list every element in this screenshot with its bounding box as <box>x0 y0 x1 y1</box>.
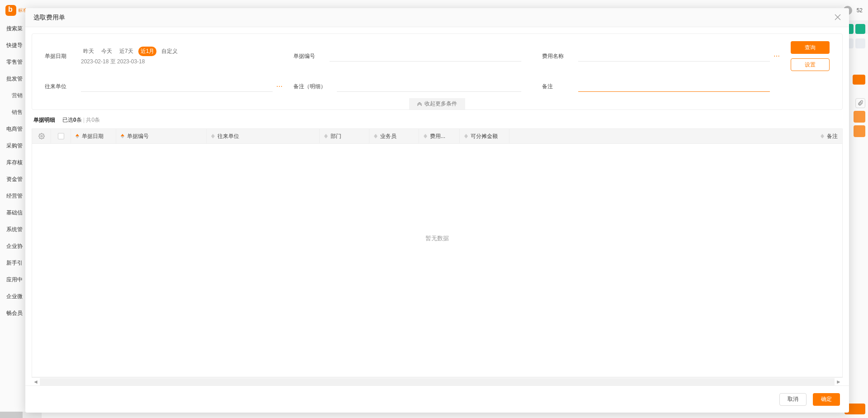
field-doc-date: 单据日期 昨天 今天 近7天 近1月 自定义 2023-02-18 至 2023… <box>45 41 273 71</box>
chevron-up-icon <box>417 102 422 106</box>
confirm-button-label: 确定 <box>821 395 832 403</box>
date-opt-today[interactable]: 今天 <box>99 47 114 56</box>
select-expense-modal: 选取费用单 单据日期 昨天 今天 近7天 近1月 自定义 <box>25 8 849 413</box>
summary-row: 单据明细 已选0条 | 共0条 <box>32 110 843 128</box>
sort-icon[interactable] <box>121 134 124 138</box>
table-header: 单据日期 单据编号 往来单位 <box>32 128 842 144</box>
sort-icon[interactable] <box>464 134 468 138</box>
date-range: 2023-02-18 至 2023-03-18 <box>81 58 273 66</box>
cancel-button-label: 取消 <box>788 395 798 403</box>
summary-total: 共0条 <box>86 117 100 123</box>
scroll-track[interactable] <box>40 378 835 385</box>
collapse-label: 收起更多条件 <box>425 100 457 108</box>
col-dept[interactable]: 部门 <box>320 129 369 143</box>
scroll-right-icon[interactable]: ► <box>835 379 843 385</box>
horizontal-scrollbar[interactable]: ◄ ► <box>32 377 843 385</box>
modal-header: 选取费用单 <box>25 8 849 27</box>
date-opt-yesterday[interactable]: 昨天 <box>81 47 96 56</box>
search-button-label: 查询 <box>805 44 816 52</box>
col-label: 单据编号 <box>127 133 149 140</box>
col-label: 业务员 <box>380 133 396 140</box>
party-label: 往来单位 <box>45 83 81 90</box>
modal-body: 单据日期 昨天 今天 近7天 近1月 自定义 2023-02-18 至 2023… <box>25 27 849 385</box>
col-label: 部门 <box>330 133 341 140</box>
col-party[interactable]: 往来单位 <box>207 129 320 143</box>
select-all-column[interactable] <box>51 129 71 143</box>
expense-name-label: 费用名称 <box>542 52 578 60</box>
table: 单据日期 单据编号 往来单位 <box>32 128 843 377</box>
modal-footer: 取消 确定 <box>25 385 849 413</box>
ellipsis-icon[interactable]: ⋯ <box>276 83 283 90</box>
modal-title: 选取费用单 <box>33 14 65 22</box>
col-docno[interactable]: 单据编号 <box>116 129 207 143</box>
settings-button[interactable]: 设置 <box>791 58 830 71</box>
col-date[interactable]: 单据日期 <box>71 129 116 143</box>
sort-icon[interactable] <box>75 134 79 138</box>
col-label: 费用... <box>430 133 445 140</box>
col-allocatable[interactable]: 可分摊金额 <box>460 129 509 143</box>
summary-selected: 已选0条 | 共0条 <box>62 116 100 124</box>
search-actions: 查询 设置 <box>791 41 830 71</box>
col-clerk[interactable]: 业务员 <box>369 129 419 143</box>
confirm-button[interactable]: 确定 <box>813 393 840 406</box>
col-label: 备注 <box>827 133 838 140</box>
sort-icon[interactable] <box>374 134 377 138</box>
svg-point-0 <box>41 135 42 137</box>
empty-state: 暂无数据 <box>32 144 842 333</box>
settings-button-label: 设置 <box>805 61 816 69</box>
sort-icon[interactable] <box>821 134 824 138</box>
doc-no-label: 单据编号 <box>293 52 330 60</box>
search-panel: 单据日期 昨天 今天 近7天 近1月 自定义 2023-02-18 至 2023… <box>32 33 843 110</box>
memo-label: 备注 <box>542 83 578 90</box>
checkbox-icon[interactable] <box>58 133 64 139</box>
date-opt-1m[interactable]: 近1月 <box>138 47 157 56</box>
summary-label: 单据明细 <box>33 116 55 124</box>
col-remark[interactable]: 备注 <box>509 129 842 143</box>
sort-icon[interactable] <box>424 134 427 138</box>
col-label: 单据日期 <box>82 133 104 140</box>
party-input[interactable] <box>81 81 273 92</box>
field-memo: 备注 <box>542 81 770 92</box>
cancel-button[interactable]: 取消 <box>779 393 807 406</box>
memo-input[interactable] <box>578 81 770 92</box>
col-expense[interactable]: 费用... <box>419 129 460 143</box>
doc-date-label: 单据日期 <box>45 52 81 60</box>
column-settings[interactable] <box>32 129 51 143</box>
field-memo-detail: 备注（明细） <box>293 81 521 92</box>
doc-no-input[interactable] <box>330 51 521 62</box>
field-doc-no: 单据编号 <box>293 41 521 71</box>
collapse-button[interactable]: 收起更多条件 <box>409 98 465 109</box>
sort-icon[interactable] <box>211 134 215 138</box>
date-opt-custom[interactable]: 自定义 <box>159 47 180 56</box>
date-opt-7d[interactable]: 近7天 <box>117 47 136 56</box>
memo-detail-input[interactable] <box>337 81 521 92</box>
expense-name-input[interactable] <box>578 51 770 62</box>
summary-selected-prefix: 已选 <box>62 117 73 123</box>
summary-selected-count: 0 <box>73 117 76 123</box>
field-party: 往来单位 ⋯ <box>45 81 273 92</box>
ellipsis-icon[interactable]: ⋯ <box>774 52 780 60</box>
col-label: 可分摊金额 <box>471 133 498 140</box>
memo-detail-label: 备注（明细） <box>293 83 337 90</box>
field-expense-name: 费用名称 ⋯ <box>542 41 770 71</box>
scroll-left-icon[interactable]: ◄ <box>32 379 40 385</box>
summary-selected-suffix: 条 <box>76 117 82 123</box>
sort-icon[interactable] <box>324 134 328 138</box>
search-button[interactable]: 查询 <box>791 41 830 54</box>
col-label: 往来单位 <box>217 133 239 140</box>
close-icon[interactable] <box>835 14 841 22</box>
